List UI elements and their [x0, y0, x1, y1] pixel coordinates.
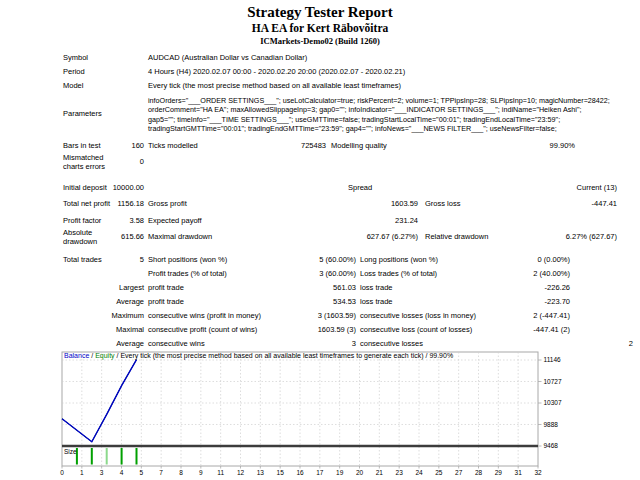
table-row: Profit factor3.58Expected payoff231.24 — [0, 214, 640, 227]
y-axis-label: 9468 — [544, 442, 559, 449]
x-axis-label: 27 — [455, 469, 463, 476]
cell-value: -447.41 (2) — [440, 326, 570, 335]
x-axis-label: 28 — [475, 469, 483, 476]
page-title: Strategy Tester Report — [0, 4, 640, 21]
balance-chart: 0134578911121315161719202123242527282931… — [0, 351, 640, 480]
cell-value-wide: AUDCAD (Australian Dollar vs Canadian Do… — [148, 54, 307, 63]
cell-label: Symbol — [63, 54, 121, 63]
x-axis-label: 23 — [396, 469, 404, 476]
cell-value: 0 — [74, 158, 144, 167]
table-row: Averageprofit trade534.53loss trade-223.… — [0, 295, 640, 309]
x-axis-label: 3 — [100, 469, 104, 476]
parameters-line: tradingStartGMTTime="00:01"; tradingEndG… — [148, 124, 610, 133]
chart-legend: Balance / Equity / Every tick (the most … — [64, 352, 453, 360]
cell-label: Spread — [348, 183, 372, 192]
table-row: Total trades5Short positions (won %)5 (6… — [0, 253, 640, 267]
x-axis-label: 0 — [60, 469, 64, 476]
size-bar — [106, 448, 108, 465]
cell-value: -223.70 — [440, 298, 570, 307]
parameters-text: infoOrders="___ORDER SETTINGS___"; useLo… — [148, 96, 610, 134]
x-axis-label: 16 — [296, 469, 304, 476]
cell-value: Average — [74, 298, 144, 307]
x-axis-label: 21 — [376, 469, 384, 476]
x-axis-label: 31 — [515, 469, 523, 476]
y-axis-label: 10307 — [544, 399, 562, 406]
x-axis-label: 4 — [120, 469, 124, 476]
cell-label: Period — [63, 68, 121, 77]
cell-value: -226.26 — [440, 284, 570, 293]
x-axis-label: 25 — [435, 469, 443, 476]
cell-label: Profit trades (% of total) — [148, 270, 227, 279]
cell-value: Largest — [74, 284, 144, 293]
table-row: Total net profit1156.18Gross profit1603.… — [0, 194, 640, 214]
cell-value: 1603.59 (3) — [240, 326, 356, 335]
cell-label: Relative drawdown — [425, 233, 488, 242]
y-axis-label: 11146 — [544, 356, 561, 363]
x-axis-label: 11 — [217, 469, 224, 476]
size-bar — [121, 448, 123, 465]
table-row: Bars in test160Ticks modelled725483Model… — [0, 139, 640, 152]
cell-label: Ticks modelled — [148, 141, 198, 150]
strategy-tester-report-page: Strategy Tester Report HA EA for Kert Rä… — [0, 0, 640, 480]
cell-label: Maximal drawdown — [148, 233, 212, 242]
report-header: Strategy Tester Report HA EA for Kert Rä… — [0, 0, 640, 46]
cell-value: 3 (1603.59) — [240, 312, 356, 321]
table-row: Averageconsecutive wins3consecutive loss… — [0, 337, 640, 351]
cell-value: 615.66 — [74, 233, 144, 242]
y-axis-label: 9888 — [544, 421, 559, 428]
x-axis-label: 9 — [199, 469, 203, 476]
cell-label: Expected payoff — [148, 216, 202, 225]
x-axis-label: 7 — [159, 469, 163, 476]
cell-value-wide: 4 Hours (H4) 2020.02.07 00:00 - 2020.02.… — [148, 68, 405, 77]
cell-value-wide: Every tick (the most precise method base… — [148, 82, 401, 91]
x-axis-label: 24 — [415, 469, 423, 476]
y-axis-label: 10727 — [544, 378, 562, 385]
cell-value: Average — [74, 340, 144, 349]
cell-label: Loss trades (% of total) — [360, 270, 437, 279]
cell-value: 534.53 — [240, 298, 356, 307]
cell-label: consecutive wins — [148, 340, 205, 349]
report-subtitle: HA EA for Kert Räbovõitra — [0, 22, 640, 35]
x-axis-label: 17 — [316, 469, 324, 476]
cell-label: profit trade — [148, 284, 184, 293]
cell-value: 3.58 — [74, 216, 144, 225]
cell-label: Gross loss — [425, 200, 460, 209]
cell-value: 2 (40.00%) — [440, 270, 570, 279]
parameters-line: orderComment="HA EA"; maxAllowedSlippage… — [148, 105, 610, 114]
table-row: SymbolAUDCAD (Australian Dollar vs Canad… — [0, 51, 640, 65]
cell-value: Maximum — [74, 312, 144, 321]
cell-label: consecutive losses — [360, 340, 423, 349]
cell-label: Model — [63, 82, 121, 91]
legend-balance-label: Balance — [64, 352, 89, 359]
table-row: Period4 Hours (H4) 2020.02.07 00:00 - 20… — [0, 65, 640, 79]
cell-value: Maximal — [74, 326, 144, 335]
table-row: Maximumconsecutive wins (profit in money… — [0, 309, 640, 323]
table-row: ParametersinfoOrders="___ORDER SETTINGS_… — [0, 95, 640, 133]
x-axis-label: 12 — [237, 469, 245, 476]
cell-value: -447.41 — [487, 200, 617, 209]
table-row: Maximalconsecutive profit (count of wins… — [0, 323, 640, 337]
report-table: SymbolAUDCAD (Australian Dollar vs Canad… — [0, 51, 640, 351]
size-panel-label: Size — [64, 448, 77, 455]
cell-value: 1603.59 — [290, 200, 418, 209]
x-axis-label: 13 — [257, 469, 265, 476]
cell-value: 99.90% — [455, 141, 575, 150]
table-row: Mismatched charts errors0 — [0, 152, 640, 172]
table-row: ModelEvery tick (the most precise method… — [0, 79, 640, 93]
cell-label: Modelling quality — [331, 141, 387, 150]
cell-label: Short positions (won %) — [148, 256, 227, 265]
cell-value: 0 (0.00%) — [440, 256, 570, 265]
legend-equity-label: Equity — [95, 352, 114, 359]
cell-value: 627.67 (6.27%) — [290, 233, 418, 242]
parameters-line: infoOrders="___ORDER SETTINGS___"; useLo… — [148, 96, 610, 105]
cell-value: 561.03 — [240, 284, 356, 293]
x-axis-label: 19 — [336, 469, 344, 476]
x-axis-label: 8 — [179, 469, 183, 476]
cell-value: 5 (60.00%) — [240, 256, 356, 265]
cell-value: 2 (-447.41) — [440, 312, 570, 321]
x-axis-label: 1 — [80, 469, 84, 476]
table-row: Profit trades (% of total)3 (60.00%)Loss… — [0, 267, 640, 281]
cell-label: profit trade — [148, 298, 184, 307]
cell-label: Long positions (won %) — [360, 256, 438, 265]
cell-value: 6.27% (627.67) — [487, 233, 617, 242]
